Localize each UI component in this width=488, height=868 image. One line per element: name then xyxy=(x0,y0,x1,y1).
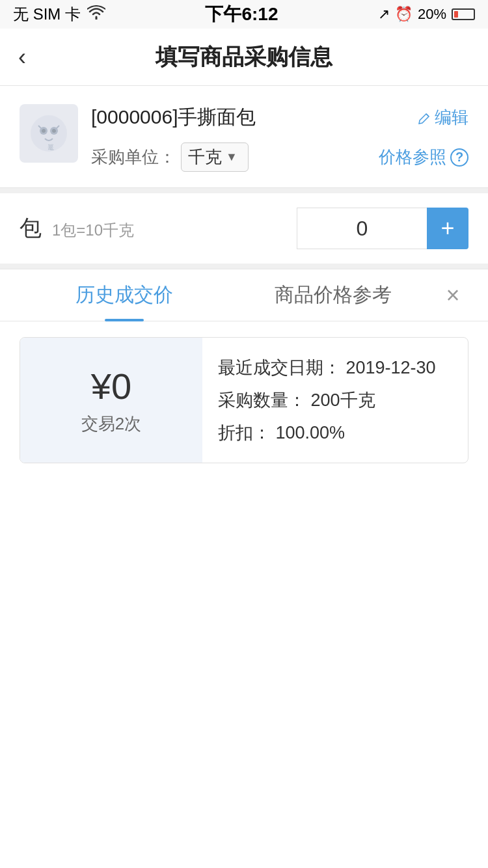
product-image: 鼍 xyxy=(20,104,78,163)
tab-underline xyxy=(105,319,144,321)
price-ref-button[interactable]: 价格参照 ? xyxy=(379,146,468,169)
edit-button[interactable]: 编辑 xyxy=(418,106,468,129)
product-info: [0000006]手撕面包 编辑 采购单位： 千克 ▼ xyxy=(91,104,468,172)
wifi-icon xyxy=(87,5,105,23)
product-name: [0000006]手撕面包 xyxy=(91,104,256,131)
tab-history-price[interactable]: 历史成交价 xyxy=(20,269,228,321)
price-card-right: 最近成交日期： 2019-12-30 采购数量： 200千克 折扣： 100.0… xyxy=(202,338,468,463)
quantity-conversion: 1包=10千克 xyxy=(52,220,134,241)
discount-label: 折扣： xyxy=(218,423,271,442)
quantity-input[interactable]: 0 xyxy=(297,208,427,249)
panel-divider xyxy=(0,264,488,269)
status-bar: 无 SIM 卡 下午6:12 ↗ ⏰ 20% xyxy=(0,0,488,29)
quantity-value: 200千克 xyxy=(311,390,375,410)
tab-product-price-ref[interactable]: 商品价格参考 xyxy=(228,269,437,321)
chevron-down-icon: ▼ xyxy=(226,150,237,164)
product-card: 鼍 [0000006]手撕面包 编辑 采购单位： 千克 xyxy=(0,86,488,188)
carrier-text: 无 SIM 卡 xyxy=(13,4,81,25)
status-left: 无 SIM 卡 xyxy=(13,4,105,25)
recent-date-label: 最近成交日期： xyxy=(218,358,341,377)
bottom-panel: 历史成交价 商品价格参考 × ¥0 交易2次 最近成交日期： 2019-12-3… xyxy=(0,269,488,479)
price-amount: ¥0 xyxy=(91,365,131,407)
price-times: 交易2次 xyxy=(81,413,141,435)
page-title: 填写商品采购信息 xyxy=(156,42,332,72)
recent-date-row: 最近成交日期： 2019-12-30 xyxy=(218,356,452,379)
status-right: ↗ ⏰ 20% xyxy=(378,6,475,23)
location-icon: ↗ xyxy=(378,6,390,23)
time-display: 下午6:12 xyxy=(205,2,278,27)
unit-label: 采购单位： xyxy=(91,146,176,169)
quantity-input-group: 0 + xyxy=(297,208,468,249)
quantity-plus-button[interactable]: + xyxy=(427,208,468,249)
back-button[interactable]: ‹ xyxy=(18,44,26,71)
history-content: ¥0 交易2次 最近成交日期： 2019-12-30 采购数量： 200千克 折… xyxy=(0,321,488,479)
price-card: ¥0 交易2次 最近成交日期： 2019-12-30 采购数量： 200千克 折… xyxy=(20,337,468,463)
alarm-icon: ⏰ xyxy=(395,6,413,23)
tabs-group: 历史成交价 商品价格参考 xyxy=(20,269,437,321)
quantity-label: 采购数量： xyxy=(218,390,306,410)
quantity-row-detail: 采购数量： 200千克 xyxy=(218,388,452,412)
quantity-row: 包 1包=10千克 0 + xyxy=(0,193,488,264)
remaining-background xyxy=(0,479,488,868)
svg-text:鼍: 鼍 xyxy=(47,144,54,151)
quantity-unit: 包 xyxy=(20,213,42,243)
battery-percent: 20% xyxy=(418,6,446,23)
recent-date-value: 2019-12-30 xyxy=(346,358,436,377)
discount-row: 折扣： 100.00% xyxy=(218,421,452,444)
section-divider xyxy=(0,188,488,193)
battery-icon xyxy=(452,8,475,20)
header: ‹ 填写商品采购信息 xyxy=(0,29,488,86)
price-card-left: ¥0 交易2次 xyxy=(20,338,202,463)
tabs-row: 历史成交价 商品价格参考 × xyxy=(0,269,488,321)
discount-value: 100.00% xyxy=(276,423,346,442)
close-button[interactable]: × xyxy=(437,280,468,311)
unit-select[interactable]: 千克 ▼ xyxy=(181,142,249,172)
help-icon: ? xyxy=(450,148,468,167)
